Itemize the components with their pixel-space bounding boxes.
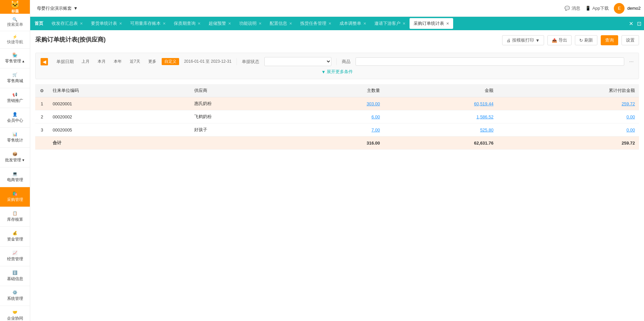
table-footer-row: 合计 316.00 62,631.76 259.72 [35,137,639,150]
sidebar-item-label: 企业协同 [7,316,23,321]
paid-cell[interactable]: 0.00 [497,123,639,137]
date-btn-this-year[interactable]: 本年 [111,58,124,65]
footer-settings-cell [35,137,49,150]
sidebar-item-retail[interactable]: 🏪 零售管理 ▲ [0,49,30,68]
app-logo: 🐱 标题 [0,0,30,14]
sidebar-item-label: 批发管理 [5,157,21,163]
sidebar-item-search[interactable]: 🔍 搜索菜单 [0,14,30,31]
message-btn[interactable]: 💬 消息 [565,5,580,11]
tab-maximize-btn[interactable]: ⊡ [636,19,642,28]
tab-func-desc[interactable]: 功能说明 ✕ [235,18,266,29]
sidebar-item-label: 资金管理 [7,236,23,242]
sidebar-item-wholesale[interactable]: 📦 批发管理 ▼ [0,148,30,167]
app-download-icon: 📱 [585,6,591,11]
tab-collect-send[interactable]: 收发存汇总表 ✕ [48,18,87,29]
col-paid-header[interactable]: 累计付款金额 [497,84,639,97]
sidebar-item-ops[interactable]: 📈 经营管理 [0,247,30,266]
col-supplier-header[interactable]: 供应商 [190,84,296,97]
tab-close-icon[interactable]: ✕ [119,21,122,26]
user-menu[interactable]: E demo2 [614,3,641,14]
filter-toggle-btn[interactable]: ◀ [41,58,48,65]
sidebar-item-member[interactable]: 👤 会员中心 [0,108,30,128]
goods-input[interactable] [356,57,624,66]
sidebar-item-retail-shop[interactable]: 🛒 零售商城 [0,68,30,88]
quantity-cell[interactable]: 7.00 [296,123,384,137]
goods-input-more-icon[interactable]: ··· [629,59,634,65]
col-unit-code-header[interactable]: 往来单位编码 [49,84,190,97]
date-custom-tag[interactable]: 自定义 [162,58,179,65]
workspace-selector[interactable]: 母婴行业演示账套 ▼ [34,4,81,13]
tab-close-icon[interactable]: ✕ [402,21,406,26]
tab-pick-task[interactable]: 拣货任务管理 ✕ [296,18,335,29]
tab-cost-adjust[interactable]: 成本调整单 ✕ [335,18,370,29]
date-btn-7days[interactable]: 近7天 [127,58,143,65]
marketing-icon: 📢 [12,92,17,97]
sidebar-item-finance[interactable]: 💰 资金管理 [0,227,30,247]
tab-close-icon[interactable]: ✕ [163,21,166,26]
tab-goods-stat[interactable]: 要货单统计表 ✕ [87,18,126,29]
tab-home[interactable]: 首页 [32,18,46,29]
page-title: 采购订单统计表(按供应商) [35,36,106,44]
status-select[interactable] [264,57,331,66]
tab-close-icon[interactable]: ✕ [228,21,231,26]
tab-purchase-stat[interactable]: 采购订单统计表 ✕ [410,18,453,29]
date-btn-this-month[interactable]: 本月 [95,58,108,65]
sidebar-item-label: 采购管理 [7,197,23,203]
wholesale-icon: 📦 [12,152,17,156]
export-btn[interactable]: 📤 导出 [547,35,572,45]
amount-cell[interactable]: 1,586.52 [384,110,497,123]
tab-close-icon[interactable]: ✕ [328,21,331,26]
supplier-cell: 惠氏奶粉 [190,97,296,110]
tab-label: 收发存汇总表 [52,20,78,26]
sidebar-item-collab[interactable]: 🤝 企业协同 [0,306,30,321]
sidebar-item-ecommerce[interactable]: 💻 电商管理 [0,167,30,187]
tab-overstock[interactable]: 超储预警 ✕ [205,18,235,29]
tab-label: 要货单统计表 [91,20,117,26]
tab-close-icon[interactable]: ✕ [198,21,201,26]
table-container: ⚙ 往来单位编码 供应商 主数量 金额 累计付款金额 1 00020001 惠氏… [35,84,639,150]
refresh-btn[interactable]: ↻ 刷新 [575,35,597,45]
paid-cell[interactable]: 0.00 [497,110,639,123]
query-btn[interactable]: 查询 [601,35,618,45]
col-settings-header[interactable]: ⚙ [35,84,49,97]
tab-label: 功能说明 [239,20,257,26]
sidebar-item-retail-stat[interactable]: 📊 零售统计 [0,128,30,148]
paid-cell[interactable]: 259.72 [497,97,639,110]
tab-label: 拣货任务管理 [300,20,326,26]
supplier-cell: 飞鹤奶粉 [190,110,296,123]
chevron-down-icon: ▲ [22,59,25,63]
tab-home-label: 首页 [35,20,43,26]
tab-close-icon[interactable]: ✕ [363,21,366,26]
sidebar-item-basic[interactable]: ℹ️ 基础信息 [0,266,30,286]
table-row: 2 00020002 飞鹤奶粉 6.00 1,586.52 0.00 [35,110,639,123]
sidebar-item-quicknav[interactable]: ⚡ 快捷导航 [0,31,30,49]
settings-btn[interactable]: 设置 [622,35,639,45]
amount-cell[interactable]: 525.80 [384,123,497,137]
amount-cell[interactable]: 60,519.44 [384,97,497,110]
tab-close-icon[interactable]: ✕ [446,21,449,26]
quantity-cell[interactable]: 6.00 [296,110,384,123]
tab-shelf-life[interactable]: 保质期查询 ✕ [170,18,205,29]
tab-available-stock[interactable]: 可用量库存账本 ✕ [126,18,170,29]
app-download-btn[interactable]: 📱 App下载 [585,5,609,11]
tab-close-icon[interactable]: ✕ [80,21,83,26]
quantity-cell[interactable]: 303.00 [296,97,384,110]
print-label: 按模板打印 [512,37,534,43]
sidebar-item-marketing[interactable]: 📢 营销推广 [0,88,30,108]
col-amount-header[interactable]: 金额 [384,84,497,97]
expand-filter-btn[interactable]: ▼ 展开更多条件 [321,69,353,75]
date-btn-last-month[interactable]: 上月 [79,58,92,65]
search-icon: 🔍 [2,17,28,22]
sidebar-item-system[interactable]: ⚙️ 系统管理 [0,286,30,306]
print-btn[interactable]: 🖨 按模板打印 ▼ [502,35,544,45]
tab-label: 配置信息 [270,20,287,26]
col-quantity-header[interactable]: 主数量 [296,84,384,97]
sidebar-item-purchase[interactable]: 🛍️ 采购管理 [0,187,30,207]
tab-close-icon[interactable]: ✕ [289,21,292,26]
tab-close-all-btn[interactable]: ✕ [628,19,634,28]
sidebar-item-inventory[interactable]: 📋 库存核算 [0,207,30,227]
date-btn-more[interactable]: 更多 [146,58,159,65]
tab-invite-downstream[interactable]: 邀请下游客户 ✕ [370,18,410,29]
tab-config[interactable]: 配置信息 ✕ [266,18,296,29]
tab-close-icon[interactable]: ✕ [259,21,262,26]
